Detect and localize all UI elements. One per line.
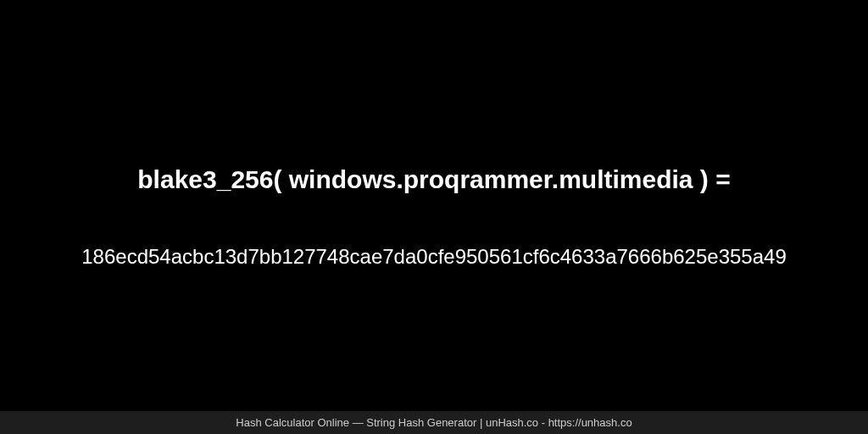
footer-text: Hash Calculator Online — String Hash Gen… bbox=[236, 416, 632, 429]
hash-expression: blake3_256( windows.proqrammer.multimedi… bbox=[137, 165, 730, 194]
hash-result: 186ecd54acbc13d7bb127748cae7da0cfe950561… bbox=[81, 245, 786, 269]
footer: Hash Calculator Online — String Hash Gen… bbox=[0, 411, 868, 434]
main-content: blake3_256( windows.proqrammer.multimedi… bbox=[0, 0, 868, 434]
